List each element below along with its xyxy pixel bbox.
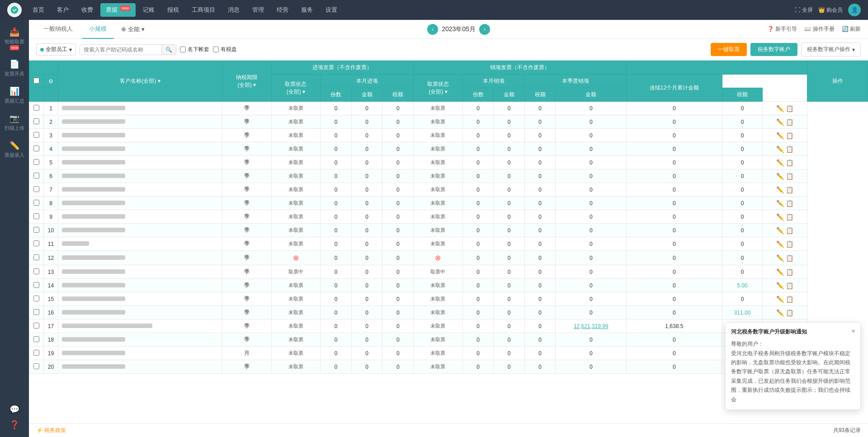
search-button[interactable]: 🔍 xyxy=(161,45,176,55)
nav-business[interactable]: 工商项目 xyxy=(186,3,221,17)
row-checkbox-6[interactable] xyxy=(33,173,39,179)
row-edit-btn[interactable]: ✏️ xyxy=(776,186,784,193)
one-key-fetch-btn[interactable]: 一键取票 xyxy=(711,43,747,56)
sidebar-bottom-icon1[interactable]: 💬 xyxy=(9,404,19,414)
manual-btn[interactable]: 📖 操作手册 xyxy=(804,25,834,33)
row-customer-name[interactable] xyxy=(58,210,222,224)
row-checkbox-8[interactable] xyxy=(33,200,39,206)
row-customer-name[interactable] xyxy=(58,197,222,210)
row-checkbox-3[interactable] xyxy=(33,132,39,138)
nav-settings[interactable]: 设置 xyxy=(320,3,343,17)
sidebar-item-invoice-entry[interactable]: ✏️ 票据录入 xyxy=(0,137,29,162)
row-customer-name[interactable] xyxy=(58,102,222,115)
tax-digital-account-ops-btn[interactable]: 税务数字账户操作 ▾ xyxy=(801,42,861,56)
row-checkbox-20[interactable] xyxy=(33,363,39,369)
row-checkbox-18[interactable] xyxy=(33,336,39,342)
row-checkbox-15[interactable] xyxy=(33,296,39,301)
row-customer-name[interactable] xyxy=(58,237,222,251)
refresh-btn[interactable]: 🔄 刷新 xyxy=(842,25,861,33)
row-edit-btn[interactable]: ✏️ xyxy=(776,132,784,139)
app-logo[interactable] xyxy=(7,3,22,17)
sidebar-item-scan-upload[interactable]: 📷 扫描上传 xyxy=(0,110,29,135)
sidebar-item-smart-fetch[interactable]: 📥 智能取票 new xyxy=(0,23,29,54)
row-edit-btn[interactable]: ✏️ xyxy=(776,118,784,126)
row-customer-name[interactable] xyxy=(58,251,222,265)
member-btn[interactable]: 👑 购会员 xyxy=(818,6,843,14)
row-copy-btn[interactable]: 📋 xyxy=(786,159,793,166)
tab-small-scale[interactable]: 小规模 xyxy=(82,20,114,39)
tax-digital-account-btn[interactable]: 税务数字账户 xyxy=(750,43,797,56)
row-checkbox-12[interactable] xyxy=(33,254,39,260)
nav-accounting[interactable]: 记账 xyxy=(137,3,160,17)
row-customer-name[interactable] xyxy=(58,183,222,197)
tab-general[interactable]: 一般纳税人 xyxy=(36,20,80,39)
filter-account-checkbox[interactable]: 名下帐套 xyxy=(180,46,209,53)
period-next-btn[interactable]: › xyxy=(479,24,490,35)
user-avatar[interactable]: 👤 xyxy=(848,4,861,16)
th-period[interactable]: 纳税期限(全部) ▾ xyxy=(222,61,271,102)
row-checkbox-2[interactable] xyxy=(33,118,39,124)
row-customer-name[interactable] xyxy=(58,115,222,129)
row-checkbox-9[interactable] xyxy=(33,213,39,219)
nav-customer[interactable]: 客户 xyxy=(52,3,74,17)
row-copy-btn[interactable]: 📋 xyxy=(786,227,793,234)
row-checkbox-1[interactable] xyxy=(33,105,39,111)
row-customer-name[interactable] xyxy=(58,265,222,279)
row-customer-name[interactable] xyxy=(58,347,222,360)
fullscreen-btn[interactable]: ⛶ 全屏 xyxy=(795,6,812,14)
row-copy-btn[interactable]: 📋 xyxy=(786,240,793,248)
nav-tax[interactable]: 报税 xyxy=(162,3,184,17)
row-copy-btn[interactable]: 📋 xyxy=(786,254,793,262)
th-in-status[interactable]: 取票状态(全部) ▾ xyxy=(271,75,321,102)
row-edit-btn[interactable]: ✏️ xyxy=(776,240,784,248)
select-all-checkbox[interactable] xyxy=(33,78,39,84)
row-copy-btn[interactable]: 📋 xyxy=(786,146,793,153)
row-edit-btn[interactable]: ✏️ xyxy=(776,227,784,234)
th-config[interactable]: ⚙ xyxy=(44,75,58,88)
row-customer-name[interactable] xyxy=(58,156,222,169)
row-customer-name[interactable] xyxy=(58,224,222,237)
row-customer-name[interactable] xyxy=(58,333,222,347)
row-copy-btn[interactable]: 📋 xyxy=(786,268,793,276)
row-copy-btn[interactable]: 📋 xyxy=(786,173,793,180)
row-checkbox-5[interactable] xyxy=(33,159,39,165)
row-edit-btn[interactable]: ✏️ xyxy=(776,146,784,153)
sidebar-bottom-icon2[interactable]: ❓ xyxy=(9,420,19,430)
row-checkbox-4[interactable] xyxy=(33,146,39,151)
row-copy-btn[interactable]: 📋 xyxy=(786,132,793,139)
row-copy-btn[interactable]: 📋 xyxy=(786,213,793,221)
row-customer-name[interactable] xyxy=(58,129,222,142)
row-edit-btn[interactable]: ✏️ xyxy=(776,282,784,289)
row-copy-btn[interactable]: 📋 xyxy=(786,309,793,316)
period-prev-btn[interactable]: ‹ xyxy=(427,24,438,35)
row-edit-btn[interactable]: ✏️ xyxy=(776,213,784,221)
nav-message[interactable]: 消息 xyxy=(222,3,245,17)
row-customer-name[interactable] xyxy=(58,360,222,374)
row-copy-btn[interactable]: 📋 xyxy=(786,282,793,289)
nav-service[interactable]: 服务 xyxy=(296,3,318,17)
nav-manage[interactable]: 管理 xyxy=(247,3,269,17)
row-customer-name[interactable] xyxy=(58,169,222,183)
search-input[interactable] xyxy=(80,45,161,55)
row-checkbox-7[interactable] xyxy=(33,186,39,192)
row-checkbox-11[interactable] xyxy=(33,240,39,246)
row-customer-name[interactable] xyxy=(58,292,222,306)
nav-invoice[interactable]: 票据 new xyxy=(100,3,136,17)
th-out-status[interactable]: 取票状态(全部) ▾ xyxy=(414,75,463,102)
new-guide-btn[interactable]: ❓ 新手引导 xyxy=(767,25,797,33)
row-copy-btn[interactable]: 📋 xyxy=(786,105,793,112)
row-customer-name[interactable] xyxy=(58,142,222,156)
row-checkbox-10[interactable] xyxy=(33,227,39,233)
row-copy-btn[interactable]: 📋 xyxy=(786,118,793,126)
row-copy-btn[interactable]: 📋 xyxy=(786,296,793,303)
popup-close-btn[interactable]: × xyxy=(852,328,855,336)
row-checkbox-17[interactable] xyxy=(33,323,39,329)
nav-operation[interactable]: 经营 xyxy=(271,3,294,17)
th-select-all[interactable] xyxy=(29,75,44,88)
th-customer-name[interactable]: 客户名称(全部) ▾ xyxy=(58,61,222,102)
row-edit-btn[interactable]: ✏️ xyxy=(776,254,784,262)
account-checkbox-input[interactable] xyxy=(180,47,186,52)
row-copy-btn[interactable]: 📋 xyxy=(786,200,793,207)
row-checkbox-14[interactable] xyxy=(33,282,39,288)
row-customer-name[interactable] xyxy=(58,279,222,292)
